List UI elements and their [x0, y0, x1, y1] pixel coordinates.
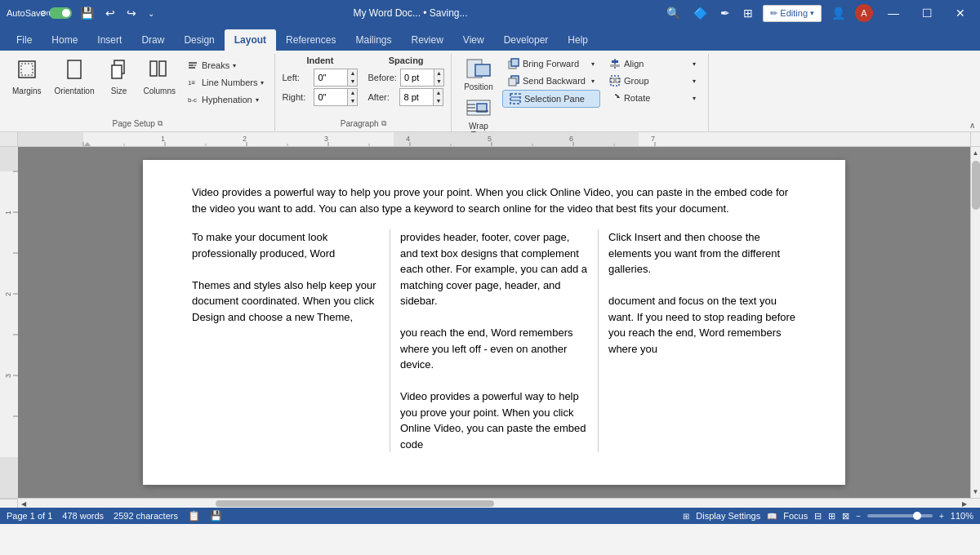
tab-developer[interactable]: Developer — [494, 29, 559, 51]
edit-pencil-icon: ✏ — [770, 8, 777, 19]
spacing-after-input[interactable] — [400, 89, 433, 105]
display-settings-label[interactable]: Display Settings — [696, 511, 760, 521]
margins-button[interactable]: Margins — [7, 56, 47, 98]
indent-left-down[interactable]: ▼ — [347, 78, 357, 86]
save-status-icon[interactable]: 💾 — [210, 510, 222, 522]
rotate-button[interactable]: Rotate ▾ — [604, 90, 702, 106]
bring-forward-label: Bring Forward — [523, 59, 579, 69]
spacing-before-down[interactable]: ▼ — [434, 78, 443, 86]
ribbon-collapse-button[interactable]: ∧ — [964, 119, 980, 131]
svg-rect-57 — [0, 147, 18, 498]
zoom-level[interactable]: 110% — [951, 511, 973, 521]
editing-button[interactable]: ✏ Editing ▾ — [763, 5, 822, 22]
focus-label[interactable]: Focus — [783, 511, 808, 521]
ribbon-icon[interactable]: 🔷 — [690, 5, 710, 21]
indent-left-field[interactable]: ▲ ▼ — [314, 69, 358, 87]
tab-design[interactable]: Design — [174, 29, 224, 51]
hscroll-right-button[interactable]: ▶ — [959, 499, 970, 508]
scroll-thumb[interactable] — [972, 161, 980, 210]
spacing-after-field[interactable]: ▲ ▼ — [399, 88, 443, 106]
spacing-before-input[interactable] — [401, 69, 434, 86]
zoom-thumb[interactable] — [913, 512, 921, 520]
autosave-toggle[interactable]: On — [49, 7, 72, 19]
doc-col2-para1: provides header, footer, cover page, and… — [400, 229, 588, 309]
selection-pane-button[interactable]: Selection Pane — [502, 90, 600, 108]
svg-rect-6 — [159, 61, 166, 76]
orientation-button[interactable]: Orientation — [49, 56, 100, 98]
zoom-slider[interactable] — [867, 514, 933, 517]
hscroll-track — [29, 499, 959, 508]
zoom-plus-icon[interactable]: + — [939, 512, 944, 521]
search-icon[interactable]: 🔍 — [663, 5, 684, 21]
hscroll-left-button[interactable]: ◀ — [18, 499, 29, 508]
spacing-before-up[interactable]: ▲ — [434, 69, 443, 78]
indent-right-field[interactable]: ▲ ▼ — [314, 88, 358, 106]
doc-col1-para1: To make your document look professionall… — [192, 229, 380, 261]
minimize-button[interactable]: — — [880, 3, 907, 23]
hscroll-thumb[interactable] — [216, 500, 494, 507]
tab-home[interactable]: Home — [42, 29, 87, 51]
bring-forward-button[interactable]: Bring Forward ▾ — [502, 56, 600, 72]
page-setup-expand-icon[interactable]: ⧉ — [158, 119, 163, 128]
paragraph-expand-icon[interactable]: ⧉ — [381, 119, 386, 128]
align-icon — [609, 58, 621, 69]
view-mode-3-icon[interactable]: ⊠ — [842, 511, 849, 522]
indent-left-up[interactable]: ▲ — [347, 69, 357, 78]
maximize-button[interactable]: ☐ — [914, 3, 941, 23]
svg-text:4: 4 — [406, 135, 410, 143]
page-count[interactable]: Page 1 of 1 — [7, 511, 52, 521]
tab-review[interactable]: Review — [401, 29, 452, 51]
undo-icon[interactable]: ↩ — [102, 5, 118, 21]
pen-icon[interactable]: ✒ — [717, 5, 733, 21]
customize-icon[interactable]: ⌄ — [145, 7, 158, 20]
view-mode-1-icon[interactable]: ⊟ — [814, 511, 822, 522]
breaks-button[interactable]: Breaks ▾ — [183, 57, 268, 73]
indent-right-down[interactable]: ▼ — [347, 97, 357, 105]
restore-icon[interactable]: ⊞ — [740, 5, 756, 21]
columns-button[interactable]: Columns — [138, 56, 181, 98]
word-count[interactable]: 478 words — [62, 511, 104, 521]
tab-view[interactable]: View — [453, 29, 494, 51]
spacing-after-up[interactable]: ▲ — [433, 89, 443, 97]
send-backward-button[interactable]: Send Backward ▾ — [502, 73, 600, 89]
doc-column-2: provides header, footer, cover page, and… — [390, 229, 599, 452]
indent-right-input[interactable] — [314, 89, 347, 105]
char-count[interactable]: 2592 characters — [114, 511, 178, 521]
scroll-down-button[interactable]: ▼ — [971, 486, 980, 498]
title-bar-left: AutoSave On 💾 ↩ ↪ ⌄ — [7, 5, 158, 21]
indent-left-input[interactable] — [314, 69, 347, 86]
position-button[interactable]: Position — [458, 56, 499, 94]
tab-insert[interactable]: Insert — [87, 29, 131, 51]
indent-right-up[interactable]: ▲ — [347, 89, 357, 97]
autosave-label: AutoSave — [7, 8, 46, 18]
spacing-before-field[interactable]: ▲ ▼ — [400, 69, 444, 87]
spacing-after-label: After: — [368, 92, 396, 102]
tab-help[interactable]: Help — [558, 29, 598, 51]
tab-mailings[interactable]: Mailings — [345, 29, 401, 51]
tab-layout[interactable]: Layout — [225, 29, 276, 51]
view-mode-2-icon[interactable]: ⊞ — [828, 511, 835, 522]
size-button[interactable]: Size — [102, 56, 136, 98]
spacing-before-spinners: ▲ ▼ — [434, 69, 443, 86]
tab-file[interactable]: File — [7, 29, 42, 51]
line-numbers-button[interactable]: 1≡ Line Numbers ▾ — [183, 74, 268, 91]
title-bar: AutoSave On 💾 ↩ ↪ ⌄ My Word Doc... • Sav… — [0, 0, 980, 26]
zoom-minus-icon[interactable]: − — [856, 512, 861, 521]
group-button[interactable]: Group ▾ — [604, 73, 702, 89]
track-changes-icon[interactable]: 📋 — [188, 510, 200, 522]
ruler-corner — [0, 132, 18, 146]
save-icon[interactable]: 💾 — [77, 5, 97, 21]
group-label: Group — [624, 76, 649, 86]
share-icon[interactable]: 👤 — [828, 5, 849, 21]
tab-references[interactable]: References — [276, 29, 345, 51]
hyphenation-button[interactable]: b-c Hyphenation ▾ — [183, 91, 268, 108]
ribbon-group-page-setup: Margins Orientation Size Columns — [0, 54, 275, 131]
align-button[interactable]: Align ▾ — [604, 56, 702, 72]
tab-draw[interactable]: Draw — [131, 29, 174, 51]
spacing-after-down[interactable]: ▼ — [433, 97, 443, 105]
redo-icon[interactable]: ↪ — [123, 5, 140, 21]
close-button[interactable]: ✕ — [947, 3, 973, 23]
status-bar-left: Page 1 of 1 478 words 2592 characters 📋 … — [7, 510, 222, 522]
scroll-up-button[interactable]: ▲ — [971, 147, 980, 159]
profile-avatar[interactable]: A — [855, 4, 873, 22]
